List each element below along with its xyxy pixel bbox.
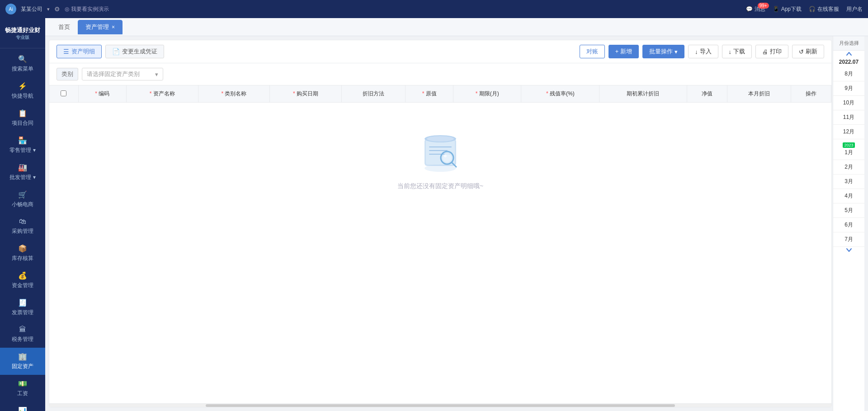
- scrollbar-thumb[interactable]: [206, 404, 675, 407]
- batch-ops-label: 批量操作: [649, 47, 673, 56]
- tab-home[interactable]: 首页: [51, 20, 78, 34]
- tab-close-icon[interactable]: ×: [112, 24, 115, 30]
- sidebar-item-inventory[interactable]: 📦 库存核算: [0, 240, 45, 267]
- inventory-icon: 📦: [18, 244, 27, 253]
- refresh-button[interactable]: ↺ 刷新: [792, 45, 824, 58]
- category-select-arrow: ▾: [155, 71, 158, 78]
- ops-icon: 📊: [18, 406, 27, 411]
- settings-icon[interactable]: ⚙: [54, 5, 60, 13]
- month-nav-down[interactable]: [833, 247, 864, 253]
- quick-nav-icon: ⚡: [18, 82, 27, 90]
- tabs-bar: 首页 资产管理 ×: [45, 18, 868, 36]
- import-button[interactable]: ↓ 导入: [688, 45, 718, 58]
- demo-link[interactable]: ◎ 我要看实例演示: [65, 5, 109, 13]
- sidebar-item-search[interactable]: 🔍 搜索菜单: [0, 50, 45, 77]
- month-item-9[interactable]: 9月: [833, 81, 864, 96]
- batch-ops-button[interactable]: 批量操作 ▾: [642, 45, 684, 58]
- sidebar-item-purchase[interactable]: 🛍 采购管理: [0, 213, 45, 240]
- sidebar-item-label-tax: 税务管理: [12, 335, 33, 343]
- th-period-months: 期限(月): [453, 85, 521, 103]
- horizontal-scrollbar[interactable]: [49, 403, 831, 407]
- top-bar-left: Ai 某某公司 ▾ ⚙ ◎ 我要看实例演示: [5, 4, 109, 14]
- download-label: 下载: [733, 47, 745, 56]
- sidebar-item-quick-nav[interactable]: ⚡ 快捷导航: [0, 77, 45, 104]
- sidebar-item-fixed-assets[interactable]: 🏢 固定资产: [0, 348, 45, 375]
- user-menu[interactable]: 用户名: [846, 5, 863, 13]
- company-name: 某某公司: [21, 5, 42, 13]
- import-label: 导入: [700, 47, 712, 56]
- month-item-4[interactable]: 4月: [833, 189, 864, 203]
- sidebar-item-label-search: 搜索菜单: [12, 65, 33, 73]
- month-item-6[interactable]: 6月: [833, 218, 864, 232]
- month-nav-up[interactable]: [833, 51, 864, 57]
- month-item-7[interactable]: 7月: [833, 232, 864, 247]
- month-item-3[interactable]: 3月: [833, 175, 864, 189]
- app-download-button[interactable]: 📱 App下载: [773, 5, 802, 13]
- month-panel-header: 月份选择: [833, 36, 864, 51]
- category-filter-label: 类别: [57, 68, 78, 80]
- month-item-10[interactable]: 10月: [833, 96, 864, 110]
- avatar: Ai: [5, 4, 16, 14]
- asset-table: 编码 资产名称 类别名称 购买日期 折旧方法 原值 期限(月) 残值率(%) 期…: [49, 85, 831, 103]
- company-dropdown-icon[interactable]: ▾: [47, 6, 50, 12]
- sidebar-item-project-contract[interactable]: 📋 项目合同: [0, 104, 45, 132]
- top-bar-right: 💬 消息 99+ 📱 App下载 🎧 在线客服 用户名: [746, 5, 863, 13]
- month-item-11[interactable]: 11月: [833, 110, 864, 125]
- sidebar-item-wholesale[interactable]: 🏭 批发管理 ▾: [0, 159, 45, 186]
- empty-illustration: [413, 130, 467, 175]
- app-name: 畅捷通好业财: [4, 26, 42, 34]
- th-action: 操作: [791, 85, 831, 103]
- main-panel: ☰ 资产明细 📄 变更生成凭证 对账 + 新增: [49, 40, 832, 407]
- sub-tab-asset-detail[interactable]: ☰ 资产明细: [57, 45, 102, 58]
- th-checkbox: [49, 85, 78, 103]
- download-button[interactable]: ↓ 下载: [722, 45, 752, 58]
- category-select[interactable]: 请选择固定资产类别 ▾: [82, 68, 163, 80]
- sidebar-item-tax[interactable]: 🏛 税务管理: [0, 321, 45, 348]
- page-content: ☰ 资产明细 📄 变更生成凭证 对账 + 新增: [45, 36, 868, 411]
- online-service-button[interactable]: 🎧 在线客服: [809, 5, 839, 13]
- sidebar-item-label-wholesale: 批发管理 ▾: [9, 174, 35, 181]
- filter-bar: 类别 请选择固定资产类别 ▾: [49, 63, 831, 85]
- sidebar: 畅捷通好业财 专业版 🔍 搜索菜单 ⚡ 快捷导航 📋 项目合同 🏪 零售管理 ▾…: [0, 18, 45, 411]
- tab-home-label: 首页: [58, 23, 70, 31]
- change-voucher-icon: 📄: [112, 48, 120, 55]
- asset-table-wrapper: 编码 资产名称 类别名称 购买日期 折旧方法 原值 期限(月) 残值率(%) 期…: [49, 85, 831, 403]
- sidebar-item-label-quick-nav: 快捷导航: [12, 92, 33, 100]
- th-category-name: 类别名称: [198, 85, 270, 103]
- th-original-value: 原值: [405, 85, 453, 103]
- sidebar-item-ecommerce[interactable]: 🛒 小畅电商: [0, 186, 45, 213]
- svg-point-11: [444, 155, 447, 157]
- sidebar-item-label-inventory: 库存核算: [12, 255, 33, 262]
- reconcile-label: 对账: [586, 47, 598, 56]
- sidebar-item-invoice[interactable]: 🧾 发票管理: [0, 294, 45, 321]
- app-logo: 畅捷通好业财 专业版: [0, 22, 45, 48]
- invoice-icon: 🧾: [18, 298, 27, 307]
- top-bar: Ai 某某公司 ▾ ⚙ ◎ 我要看实例演示 💬 消息 99+ 📱 App下载 🎧…: [0, 0, 868, 18]
- tab-asset-mgmt[interactable]: 资产管理 ×: [78, 20, 123, 34]
- month-item-5[interactable]: 5月: [833, 203, 864, 218]
- message-button[interactable]: 💬 消息 99+: [746, 5, 765, 13]
- sub-tab-change-voucher-label: 变更生成凭证: [122, 47, 157, 56]
- print-button[interactable]: 🖨 打印: [755, 45, 788, 58]
- retail-icon: 🏪: [18, 136, 27, 145]
- month-item-12[interactable]: 12月: [833, 125, 864, 139]
- print-label: 打印: [770, 47, 782, 56]
- add-button[interactable]: + 新增: [609, 45, 639, 58]
- headset-icon: 🎧: [809, 6, 816, 12]
- month-item-new-year[interactable]: 2023 1月: [833, 139, 864, 160]
- th-residual-rate: 残值率(%): [521, 85, 599, 103]
- refresh-label: 刷新: [806, 47, 817, 56]
- online-service-label: 在线客服: [817, 5, 839, 13]
- sidebar-item-label-finance: 资金管理: [12, 282, 33, 289]
- month-item-8[interactable]: 8月: [833, 67, 864, 81]
- sidebar-item-retail[interactable]: 🏪 零售管理 ▾: [0, 132, 45, 159]
- select-all-checkbox[interactable]: [61, 90, 66, 96]
- sub-tab-change-voucher[interactable]: 📄 变更生成凭证: [105, 45, 164, 58]
- reconcile-button[interactable]: 对账: [580, 45, 605, 58]
- sidebar-item-finance[interactable]: 💰 资金管理: [0, 267, 45, 294]
- sidebar-item-payroll[interactable]: 💵 工资: [0, 375, 45, 402]
- sidebar-item-ops[interactable]: 📊 经营管理: [0, 402, 45, 411]
- wholesale-arrow: ▾: [33, 174, 36, 180]
- contract-icon: 📋: [18, 109, 27, 118]
- month-item-2[interactable]: 2月: [833, 160, 864, 175]
